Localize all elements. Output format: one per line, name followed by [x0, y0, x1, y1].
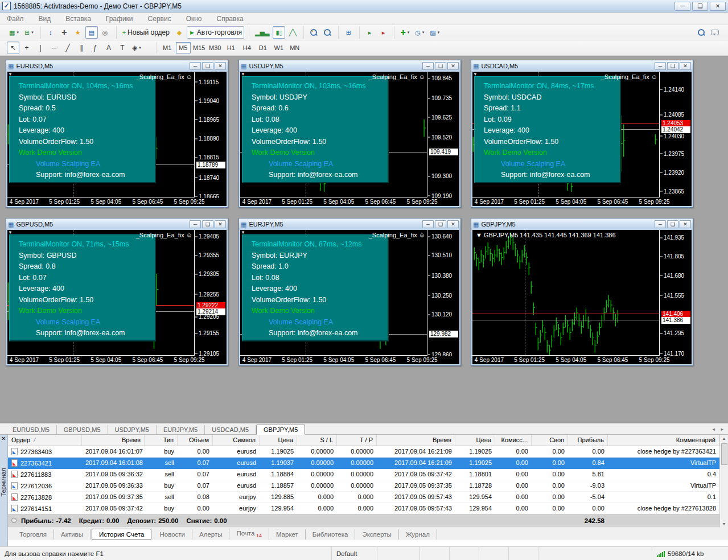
column-header-10[interactable]: Комисс... [495, 435, 532, 446]
chart-tab-gbpjpy[interactable]: GBPJPY,M5 [256, 425, 305, 435]
indicators-button[interactable]: ✚▾ [398, 26, 412, 39]
terminal-tab-0[interactable]: Торговля [13, 529, 54, 540]
ea-smiley-icon[interactable]: ☺ [649, 73, 657, 80]
tab-scroll-arrows[interactable]: ◂ ▸ [712, 426, 726, 432]
fibonacci-tool[interactable]: ƒ [89, 42, 101, 54]
new-chart-button[interactable]: ▦▾ [7, 26, 21, 39]
column-header-6[interactable]: S / L [297, 435, 337, 446]
column-header-1[interactable]: Время [82, 435, 145, 446]
chart-minimize-button[interactable]: ─ [190, 62, 201, 70]
candlestick-chart-button[interactable]: ▮▯ [273, 26, 285, 39]
chart-tab-eurusd[interactable]: EURUSD,M5 [6, 425, 57, 434]
menu-item-3[interactable]: Графики [106, 15, 133, 23]
chart-close-button[interactable]: ✕ [680, 220, 691, 228]
table-scrollbar[interactable]: ▲ ▼ [719, 435, 728, 528]
column-header-12[interactable]: Прибыль [568, 435, 608, 446]
auto-scroll-button[interactable]: ▸ [363, 26, 376, 39]
table-row-227614151[interactable]: 2276141512017.09.05 09:37:42buy0.00eurjp… [8, 503, 728, 514]
window-close-button[interactable]: ✕ [710, 2, 726, 11]
periods-button[interactable]: ◷▾ [413, 26, 426, 39]
market-watch-button[interactable]: ↕ [44, 26, 57, 39]
price-scale-eurusd[interactable]: 1.191151.190401.189651.188901.188151.187… [195, 72, 227, 197]
column-header-4[interactable]: Символ [213, 435, 260, 446]
price-scale-gbpjpy[interactable]: 141.935141.805141.680141.555141.295141.1… [660, 230, 692, 356]
menu-item-0[interactable]: Файл [7, 15, 24, 23]
price-scale-gbpusd[interactable]: 1.294051.293551.293051.292551.292051.291… [195, 230, 227, 356]
zoom-in-button[interactable]: + [307, 26, 320, 39]
timeframe-w1[interactable]: W1 [272, 42, 286, 53]
ea-smiley-icon[interactable]: ☺ [184, 73, 192, 80]
terminal-tab-1[interactable]: Активы [54, 529, 91, 540]
bar-chart-button[interactable]: ▂▅▃ [253, 26, 272, 39]
chart-plot-eurusd[interactable]: ▼TerminalMonitor ON, 104ms, ~16msSymbol:… [7, 72, 195, 197]
vertical-line-tool[interactable]: | [34, 42, 47, 54]
table-row-227363421[interactable]: 2273634212017.09.04 16:01:08sell0.07euru… [8, 458, 728, 469]
chart-close-button[interactable]: ✕ [680, 62, 691, 70]
table-row-227611883[interactable]: 2276118832017.09.05 09:36:32sell0.07euru… [8, 469, 728, 480]
status-profile[interactable]: Default [332, 547, 377, 560]
scroll-up-icon[interactable]: ▲ [722, 435, 726, 442]
chart-tab-gbpusd[interactable]: GBPUSD,M5 [57, 425, 108, 434]
search-button[interactable] [695, 26, 708, 39]
new-order-button[interactable]: +Новый ордер [120, 26, 172, 39]
chart-plot-usdcad[interactable]: ▼TerminalMonitor ON, 84ms, ~17msSymbol: … [472, 72, 660, 197]
terminal-close-icon[interactable]: ✕ [1, 436, 6, 442]
chart-restore-button[interactable]: ❏ [667, 220, 678, 228]
chart-minimize-button[interactable]: ─ [422, 220, 434, 228]
timeframe-m1[interactable]: M1 [160, 42, 175, 53]
channel-tool[interactable]: ∥ [75, 42, 88, 54]
menu-item-5[interactable]: Окно [186, 15, 202, 23]
chart-plot-gbpjpy[interactable]: ▼ GBPJPY,M5 141.435 141.445 141.369 141.… [472, 230, 660, 356]
menu-item-1[interactable]: Вид [39, 15, 51, 23]
chart-close-button[interactable]: ✕ [447, 220, 459, 228]
terminal-tab-5[interactable]: Почта 14 [229, 528, 269, 540]
autotrade-button[interactable]: ►Авто-торговля [187, 26, 244, 39]
terminal-tab-6[interactable]: Маркет [269, 529, 306, 540]
timeframe-h4[interactable]: H4 [240, 42, 254, 53]
column-header-8[interactable]: Время [377, 435, 455, 446]
trendline-tool[interactable]: ╱ [61, 42, 74, 54]
column-header-3[interactable]: Объем [178, 435, 213, 446]
ea-smiley-icon[interactable]: ☺ [417, 232, 425, 238]
column-header-7[interactable]: T / P [337, 435, 377, 446]
chart-close-button[interactable]: ✕ [215, 220, 226, 228]
timeframe-h1[interactable]: H1 [224, 42, 238, 53]
dropdown-triangle-icon[interactable]: ▼ [476, 232, 484, 238]
ea-smiley-icon[interactable]: ☺ [417, 73, 425, 80]
column-header-13[interactable]: Комментарий [608, 435, 719, 446]
chart-minimize-button[interactable]: ─ [422, 62, 434, 70]
chart-restore-button[interactable]: ❏ [202, 220, 213, 228]
text-tool[interactable]: A [102, 42, 115, 54]
chart-shift-button[interactable]: ▸ [377, 26, 389, 39]
table-row-227613828[interactable]: 2276138282017.09.05 09:37:35sell0.08eurj… [8, 492, 728, 503]
chart-titlebar-gbpjpy[interactable]: ▦GBPJPY,M5─❏✕ [471, 219, 693, 230]
menu-item-2[interactable]: Вставка [65, 15, 91, 23]
cursor-tool[interactable]: ↖ [7, 42, 19, 54]
price-scale-usdjpy[interactable]: 109.845109.735109.625109.520109.300109.1… [428, 72, 459, 197]
chart-close-button[interactable]: ✕ [215, 62, 226, 70]
timeframe-m5[interactable]: M5 [176, 42, 191, 53]
terminal-tab-4[interactable]: Алерты [192, 529, 229, 540]
label-tool[interactable]: T [116, 42, 129, 54]
chart-titlebar-usdjpy[interactable]: ▦USDJPY,M5─❏✕ [239, 60, 460, 72]
timeframe-m15[interactable]: M15 [192, 42, 207, 53]
data-window-button[interactable]: ✚ [58, 26, 71, 39]
chart-minimize-button[interactable]: ─ [190, 220, 201, 228]
column-header-5[interactable]: Цена [260, 435, 297, 446]
chart-tab-usdcad[interactable]: USDCAD,M5 [205, 425, 256, 434]
chat-button[interactable] [709, 26, 721, 39]
horizontal-line-tool[interactable]: ─ [48, 42, 60, 54]
terminal-tab-2[interactable]: История Счета [92, 529, 152, 540]
table-row-227612036[interactable]: 2276120362017.09.05 09:36:33buy0.07eurus… [8, 480, 728, 492]
templates-button[interactable]: ▨▾ [427, 26, 442, 39]
terminal-button[interactable]: ▤ [85, 26, 98, 39]
strategy-tester-button[interactable]: ◎ [99, 26, 112, 39]
timeframe-mn[interactable]: MN [287, 42, 302, 53]
scrollbar-thumb[interactable] [721, 443, 727, 465]
column-header-9[interactable]: Цена [455, 435, 495, 446]
menu-item-4[interactable]: Сервис [148, 15, 171, 23]
window-restore-button[interactable]: ❏ [692, 2, 708, 11]
chart-titlebar-eurjpy[interactable]: ▦EURJPY,M5─❏✕ [239, 219, 460, 230]
shapes-tool[interactable]: ◈▾ [130, 42, 143, 54]
table-row-227363403[interactable]: 2273634032017.09.04 16:01:07buy0.00eurus… [8, 446, 728, 458]
